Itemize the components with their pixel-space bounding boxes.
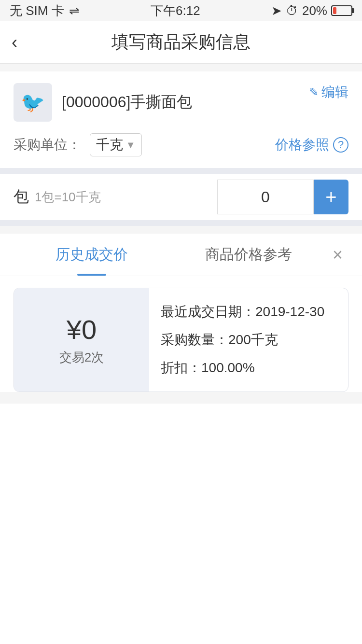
product-unit-row: 采购单位： 千克 ▼ 价格参照 ? bbox=[14, 133, 348, 156]
page-title: 填写商品采购信息 bbox=[111, 30, 251, 54]
section-divider bbox=[0, 168, 362, 174]
edit-icon: ✎ bbox=[309, 85, 319, 99]
date-label: 最近成交日期： bbox=[161, 304, 255, 319]
quantity-input[interactable]: 0 bbox=[217, 180, 314, 214]
discount-label: 折扣： bbox=[161, 360, 201, 375]
history-card: ¥0 交易2次 最近成交日期：2019-12-30 采购数量：200千克 折扣：… bbox=[14, 288, 348, 392]
product-icon: 🐦 bbox=[14, 83, 52, 122]
tab-price-ref[interactable]: 商品价格参考 bbox=[170, 234, 326, 276]
alarm-icon: ⏱ bbox=[286, 3, 298, 18]
unit-value: 千克 bbox=[96, 136, 123, 154]
location-icon: ➤ bbox=[271, 3, 282, 18]
quantity-controls: 0 + bbox=[217, 180, 348, 214]
edit-button[interactable]: ✎ 编辑 bbox=[309, 83, 348, 101]
discount-row: 折扣：100.00% bbox=[161, 358, 336, 378]
tab-active-indicator bbox=[77, 274, 106, 276]
status-right: ➤ ⏱ 20% bbox=[271, 3, 352, 18]
wifi-icon: ⇌ bbox=[69, 3, 80, 18]
discount-value: 100.00% bbox=[201, 360, 255, 375]
battery-percent: 20% bbox=[302, 3, 327, 18]
product-left: 🐦 [0000006]手撕面包 bbox=[14, 83, 192, 122]
qty-value: 200千克 bbox=[228, 332, 278, 347]
qty-row: 采购数量：200千克 bbox=[161, 330, 336, 350]
sim-label: 无 SIM 卡 bbox=[10, 2, 64, 19]
status-bar: 无 SIM 卡 ⇌ 下午6:12 ➤ ⏱ 20% bbox=[0, 0, 362, 21]
unit-label: 采购单位： bbox=[14, 137, 81, 152]
unit-select[interactable]: 千克 ▼ bbox=[90, 133, 142, 156]
product-card: 🐦 [0000006]手撕面包 ✎ 编辑 采购单位： 千克 ▼ 价格参照 ? bbox=[0, 71, 362, 168]
battery-icon bbox=[331, 5, 352, 16]
trade-count: 交易2次 bbox=[59, 349, 104, 366]
unit-desc: 1包=10千克 bbox=[35, 189, 101, 206]
status-left: 无 SIM 卡 ⇌ bbox=[10, 2, 80, 19]
tab-container: 历史成交价 商品价格参考 × ¥0 交易2次 最近成交日期：2019-12-30… bbox=[0, 234, 362, 392]
product-name: [0000006]手撕面包 bbox=[62, 92, 192, 113]
product-header: 🐦 [0000006]手撕面包 ✎ 编辑 bbox=[14, 83, 348, 122]
quantity-row: 包 1包=10千克 0 + bbox=[0, 174, 362, 220]
quantity-plus-button[interactable]: + bbox=[314, 180, 348, 214]
unit-left: 采购单位： 千克 ▼ bbox=[14, 133, 142, 156]
dropdown-arrow-icon: ▼ bbox=[126, 140, 136, 151]
edit-label: 编辑 bbox=[321, 83, 348, 101]
status-time: 下午6:12 bbox=[151, 2, 200, 19]
price-currency-symbol: ¥ bbox=[67, 314, 82, 345]
date-row: 最近成交日期：2019-12-30 bbox=[161, 302, 336, 322]
price-ref-label: 价格参照 bbox=[275, 136, 329, 154]
tab-history-price[interactable]: 历史成交价 bbox=[14, 234, 170, 276]
price-ref-button[interactable]: 价格参照 ? bbox=[275, 136, 348, 154]
tab-history-price-label: 历史成交价 bbox=[56, 245, 128, 265]
bottom-area bbox=[0, 404, 362, 644]
owl-logo: 🐦 bbox=[21, 91, 45, 114]
history-detail-panel: 最近成交日期：2019-12-30 采购数量：200千克 折扣：100.00% bbox=[149, 288, 348, 392]
info-icon: ? bbox=[333, 137, 348, 153]
qty-label: 采购数量： bbox=[161, 332, 228, 347]
tab-close-button[interactable]: × bbox=[327, 245, 348, 265]
package-unit: 包 bbox=[14, 186, 29, 208]
back-button[interactable]: ‹ bbox=[12, 32, 17, 53]
price-value: 0 bbox=[82, 314, 97, 345]
tab-header: 历史成交价 商品价格参考 × bbox=[0, 234, 362, 276]
quantity-unit-label: 包 1包=10千克 bbox=[14, 186, 101, 208]
history-price: ¥0 bbox=[67, 314, 97, 345]
date-value: 2019-12-30 bbox=[255, 304, 324, 319]
tab-price-ref-label: 商品价格参考 bbox=[205, 245, 292, 265]
battery-fill bbox=[333, 7, 336, 14]
nav-bar: ‹ 填写商品采购信息 bbox=[0, 21, 362, 64]
section-divider-2 bbox=[0, 220, 362, 226]
history-price-panel: ¥0 交易2次 bbox=[14, 288, 149, 392]
